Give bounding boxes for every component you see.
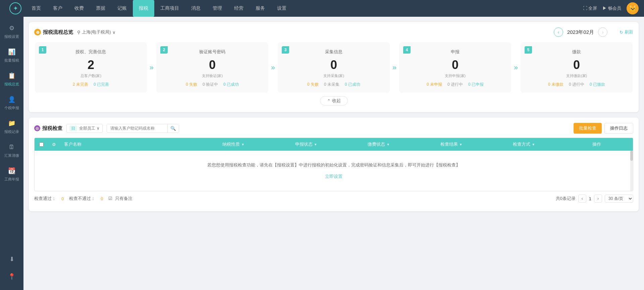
filter-icon-4[interactable]: ▼ bbox=[459, 143, 463, 146]
empty-text: 若您想使用报税检查功能，请先在【报税设置】中进行报税的初始化设置，完成密码验证和… bbox=[207, 161, 460, 169]
sidebar-item-annual-report[interactable]: 📆 工商年报 bbox=[0, 163, 23, 185]
batch-check-btn[interactable]: 批量检查 bbox=[574, 123, 602, 134]
sidebar-location[interactable]: 📍 bbox=[0, 269, 23, 285]
next-month-btn[interactable]: › bbox=[598, 27, 607, 37]
refresh-icon: ↻ bbox=[620, 30, 623, 35]
step-title-5: 缴款 bbox=[526, 49, 627, 55]
next-page-btn[interactable]: › bbox=[594, 195, 602, 203]
nav-settings[interactable]: 设置 bbox=[271, 0, 292, 17]
nav-operation[interactable]: 经营 bbox=[228, 0, 250, 17]
page-size-selector[interactable]: 30 条/页 50 条/页 100 条/页 bbox=[605, 195, 633, 203]
prev-month-btn[interactable]: ‹ bbox=[554, 27, 563, 37]
member-btn[interactable]: ▶ 畅会员 bbox=[602, 5, 621, 11]
sidebar-item-tax-overview[interactable]: 📋 报税总览 bbox=[0, 68, 23, 90]
step-label-2: 支持验证(家) bbox=[162, 73, 263, 78]
nav-account[interactable]: 记账 bbox=[111, 0, 133, 17]
th-gear[interactable]: ⚙ bbox=[48, 138, 60, 151]
sidebar-item-tax-settings[interactable]: ⚙ 报税设置 bbox=[0, 20, 23, 43]
nav-message[interactable]: 消息 bbox=[185, 0, 207, 17]
flow-step-3: 3 采集信息 0 支持采集(家) 0 失败 0 未采集 0 已成功 bbox=[278, 42, 390, 93]
logo: ✦ bbox=[5, 2, 25, 14]
step-num-1: 1 bbox=[39, 46, 46, 54]
nav-business[interactable]: 工商项目 bbox=[154, 0, 185, 17]
step-title-4: 申报 bbox=[405, 49, 506, 55]
nav-service[interactable]: 服务 bbox=[250, 0, 271, 17]
pass-label: 检查通过： bbox=[34, 196, 56, 202]
flow-overview-card: ⊕ 报税流程总览 ⚲ 上海(电子税局) ∨ ‹ 2023年02月 › ↻ 刷新 … bbox=[29, 22, 639, 112]
arrow-2-3: » bbox=[269, 63, 277, 72]
table-footer: 检查通过： 0 检查不通过： 0 ☑ 只有备注 共0条记录 ‹ 1 › 30 条… bbox=[34, 191, 633, 206]
annual-settle-icon: 🗓 bbox=[7, 142, 16, 152]
stat-fail-2: 0 失败 bbox=[186, 82, 197, 87]
sidebar-item-tax-record[interactable]: 📁 报税记录 bbox=[0, 115, 23, 138]
total-records: 共0条记录 bbox=[556, 196, 576, 202]
filter-icon-3[interactable]: ▼ bbox=[386, 143, 390, 146]
avatar[interactable]: 🐱 bbox=[627, 2, 639, 14]
employee-selector[interactable]: 囧 全部员工 ∨ bbox=[66, 124, 103, 133]
stat-success-2: 0 已成功 bbox=[223, 82, 239, 87]
filter-icon-1[interactable]: ▼ bbox=[241, 143, 245, 146]
flow-overview-title: ⊕ 报税流程总览 bbox=[34, 29, 73, 35]
nav-bill[interactable]: 票据 bbox=[90, 0, 111, 17]
step-num-2: 2 bbox=[160, 46, 168, 54]
step-label-4: 支持申报(家) bbox=[405, 73, 506, 78]
th-checkbox[interactable] bbox=[35, 138, 48, 151]
fail-value[interactable]: 0 bbox=[101, 196, 103, 201]
table-header: ⚙ 客户名称 纳税性质 ▼ 申报状态 ▼ 缴费状态 ▼ 检查结果 bbox=[35, 138, 633, 151]
nav-fee[interactable]: 收费 bbox=[68, 0, 90, 17]
nav-manage[interactable]: 管理 bbox=[207, 0, 228, 17]
scroll-thumb[interactable] bbox=[630, 151, 633, 161]
sidebar-item-personal-tax[interactable]: 👤 个税申报 bbox=[0, 91, 23, 114]
location-selector[interactable]: ⚲ 上海(电子税局) ∨ bbox=[77, 29, 116, 35]
nav-customer[interactable]: 客户 bbox=[47, 0, 68, 17]
prev-page-btn[interactable]: ‹ bbox=[578, 195, 586, 203]
th-check-result: 检查结果 ▼ bbox=[415, 138, 488, 151]
sidebar-item-annual-settle[interactable]: 🗓 汇算清缴 bbox=[0, 139, 23, 161]
pass-value[interactable]: 0 bbox=[61, 196, 64, 201]
filter-icon-2[interactable]: ▼ bbox=[314, 143, 317, 146]
month-nav: ‹ 2023年02月 › bbox=[554, 27, 607, 37]
th-customer-name: 客户名称 bbox=[60, 138, 197, 151]
stat-unpaid: 0 未缴款 bbox=[548, 82, 564, 87]
stat-success-3: 0 已成功 bbox=[345, 82, 360, 87]
tag-all-employees: 囧 bbox=[69, 126, 77, 131]
setup-link[interactable]: 立即设置 bbox=[325, 172, 342, 181]
search-box: 🔍 bbox=[107, 124, 179, 133]
tax-overview-icon: 📋 bbox=[7, 71, 16, 80]
stat-declared: 0 已申报 bbox=[468, 82, 484, 87]
note-checkbox[interactable]: ☑ bbox=[108, 196, 112, 201]
sidebar: ⚙ 报税设置 📊 批量报税 📋 报税总览 👤 个税申报 📁 报税记录 🗓 汇算清… bbox=[0, 17, 23, 290]
check-title-icon: ◎ bbox=[34, 125, 40, 131]
scroll-bar[interactable] bbox=[630, 151, 633, 191]
operation-log-btn[interactable]: 操作日志 bbox=[604, 123, 633, 134]
tax-settings-icon: ⚙ bbox=[7, 23, 16, 33]
stat-paid: 0 已缴款 bbox=[590, 82, 605, 87]
search-button[interactable]: 🔍 bbox=[167, 124, 179, 133]
filter-icon-5[interactable]: ▼ bbox=[532, 143, 535, 146]
step-title-1: 授权、完善信息 bbox=[40, 49, 142, 55]
step-count-4: 0 bbox=[405, 58, 506, 72]
step-num-3: 3 bbox=[282, 46, 289, 54]
stat-complete: 0 已完善 bbox=[94, 82, 109, 87]
pagination: 共0条记录 ‹ 1 › 30 条/页 50 条/页 100 条/页 bbox=[556, 195, 633, 203]
step-title-3: 采集信息 bbox=[283, 49, 384, 55]
search-input[interactable] bbox=[107, 124, 167, 132]
nav-home[interactable]: 首页 bbox=[25, 0, 47, 17]
stat-fail-3: 0 失败 bbox=[307, 82, 319, 87]
fullscreen-btn[interactable]: ⛶ 全屏 bbox=[583, 5, 597, 11]
sidebar-item-batch-tax[interactable]: 📊 批量报税 bbox=[0, 44, 23, 66]
title-icon: ⊕ bbox=[34, 29, 41, 35]
collapse-btn[interactable]: ⌃ 收起 bbox=[320, 96, 348, 105]
flow-step-2: 2 验证账号密码 0 支持验证(家) 0 失败 0 验证中 0 已成功 bbox=[156, 42, 268, 93]
collapse-row: ⌃ 收起 bbox=[34, 93, 633, 107]
arrow-3-4: » bbox=[390, 63, 398, 72]
select-all-checkbox[interactable] bbox=[39, 142, 44, 147]
nav-tax[interactable]: 报税 bbox=[133, 0, 154, 17]
step-label-5: 支持缴款(家) bbox=[526, 73, 627, 78]
refresh-btn[interactable]: ↻ 刷新 bbox=[620, 29, 633, 35]
sidebar-download[interactable]: ⬇ bbox=[0, 251, 23, 267]
th-action: 操作 bbox=[560, 138, 633, 151]
th-declare-status: 申报状态 ▼ bbox=[270, 138, 343, 151]
batch-tax-icon: 📊 bbox=[7, 47, 16, 57]
step-stats-1: 2 未完善 0 已完善 bbox=[40, 82, 142, 87]
